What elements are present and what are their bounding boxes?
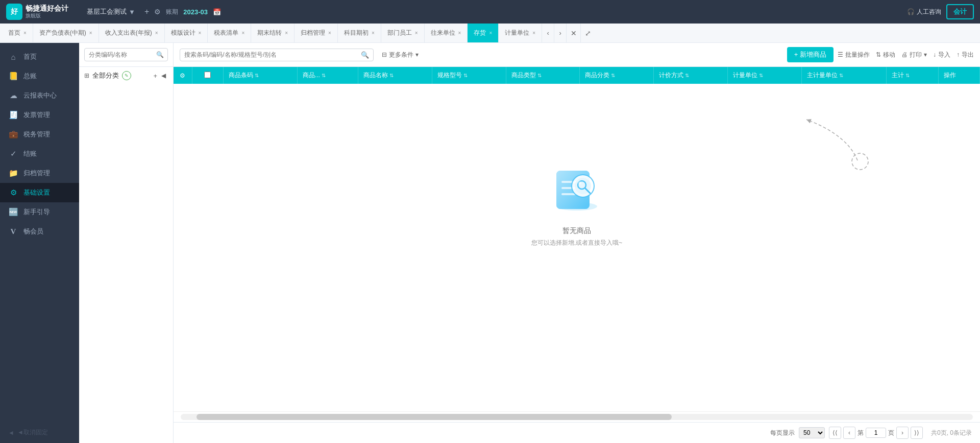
- th-main-unit-label: 主计量单位: [807, 71, 838, 80]
- table-header-row: ⚙ 商品条码 ⇅: [174, 67, 980, 84]
- tab-tax[interactable]: 税表清单 ×: [208, 24, 251, 43]
- th-name[interactable]: 商品名称 ⇅: [358, 67, 432, 84]
- tab-dept-close[interactable]: ×: [415, 30, 418, 36]
- tab-partner[interactable]: 往来单位 ×: [425, 24, 468, 43]
- page-sheet-label: 第: [857, 429, 864, 437]
- category-collapse-btn[interactable]: ◀: [159, 71, 168, 80]
- tab-home[interactable]: 首页 ×: [2, 24, 33, 43]
- tab-expand-btn[interactable]: ⤢: [581, 24, 595, 43]
- th-spec-label: 规格型号: [437, 71, 462, 80]
- th-unit[interactable]: 计量单位 ⇅: [727, 67, 801, 84]
- tab-inventory-close[interactable]: ×: [489, 30, 492, 36]
- app-logo-icon: 好: [6, 4, 22, 20]
- th-main-unit[interactable]: 主计量单位 ⇅: [801, 67, 886, 84]
- th-type-sort: ⇅: [537, 73, 542, 78]
- filter-btn[interactable]: ⊟ 更多条件 ▾: [378, 49, 423, 61]
- category-add-btn[interactable]: +: [153, 72, 157, 80]
- th-spec[interactable]: 规格型号 ⇅: [432, 67, 506, 84]
- th-unit-sort: ⇅: [759, 73, 763, 78]
- sidebar-item-archive[interactable]: 📁 归档管理: [0, 164, 79, 183]
- th-barcode[interactable]: 商品条码 ⇅: [224, 67, 298, 84]
- sidebar-item-basic[interactable]: ⚙ 基础设置: [0, 183, 79, 202]
- tab-dept[interactable]: 部门员工 ×: [381, 24, 425, 43]
- tab-inventory[interactable]: 存货 ×: [468, 24, 499, 43]
- th-code[interactable]: 商品... ⇅: [297, 67, 358, 84]
- horizontal-scrollbar[interactable]: [181, 414, 973, 420]
- th-price-method[interactable]: 计价方式 ⇅: [654, 67, 728, 84]
- company-selector[interactable]: 基层工会测试 ▼: [83, 5, 139, 18]
- add-goods-btn[interactable]: + 新增商品: [787, 47, 834, 62]
- move-icon: ⇅: [876, 51, 881, 58]
- batch-label: 批量操作: [845, 51, 870, 59]
- tab-balance-close[interactable]: ×: [89, 30, 92, 36]
- add-tab-btn[interactable]: +: [144, 7, 149, 16]
- sidebar-item-home[interactable]: ⌂ 首页: [0, 47, 79, 66]
- sidebar-item-member[interactable]: V 畅会员: [0, 222, 79, 241]
- tab-close-all-btn[interactable]: ✕: [567, 24, 581, 43]
- page-prev-btn[interactable]: ‹: [843, 427, 855, 439]
- horizontal-scrollbar-area: [174, 411, 980, 422]
- move-btn[interactable]: ⇅ 移动: [876, 51, 895, 59]
- tab-archive[interactable]: 归档管理 ×: [295, 24, 338, 43]
- settings-tab-icon[interactable]: ⚙: [154, 8, 161, 16]
- sidebar-pin-btn[interactable]: ◄ ◄取消固定: [0, 422, 79, 443]
- scroll-thumb[interactable]: [197, 414, 672, 420]
- sidebar-item-reports[interactable]: ☁ 云报表中心: [0, 86, 79, 105]
- tab-partner-close[interactable]: ×: [458, 30, 461, 36]
- logo-area: 好 畅捷通好会计 旗舰版: [6, 4, 78, 20]
- goods-search-icon[interactable]: 🔍: [361, 51, 369, 59]
- filter-icon: ⊟: [382, 51, 387, 58]
- sidebar-home-label: 首页: [23, 52, 37, 61]
- tab-income-close[interactable]: ×: [155, 30, 158, 36]
- category-edit-circle[interactable]: ✎: [122, 71, 131, 80]
- page-first-btn[interactable]: ⟨⟨: [829, 427, 841, 439]
- page-next-btn[interactable]: ›: [896, 427, 909, 439]
- category-search-icon[interactable]: 🔍: [156, 51, 164, 58]
- tab-template-close[interactable]: ×: [199, 30, 202, 36]
- print-btn[interactable]: 🖨 打印 ▾: [901, 51, 927, 59]
- batch-op-btn[interactable]: ☰ 批量操作: [838, 51, 870, 59]
- th-name-label: 商品名称: [363, 71, 388, 80]
- tab-closing[interactable]: 期末结转 ×: [251, 24, 295, 43]
- sidebar-item-guide[interactable]: 🆕 新手引导: [0, 202, 79, 222]
- th-type[interactable]: 商品类型 ⇅: [506, 67, 580, 84]
- th-settings[interactable]: ⚙: [174, 67, 192, 84]
- company-name: 基层工会测试: [87, 7, 127, 16]
- th-category-sort: ⇅: [611, 73, 615, 78]
- select-all-checkbox[interactable]: [204, 72, 211, 78]
- move-label: 移动: [883, 51, 895, 59]
- th-checkbox[interactable]: [192, 67, 224, 84]
- invoice-icon: 🧾: [8, 110, 18, 120]
- tab-income[interactable]: 收入支出表(年报) ×: [99, 24, 165, 43]
- tab-tax-close[interactable]: ×: [241, 30, 244, 36]
- tab-closing-close[interactable]: ×: [285, 30, 288, 36]
- export-btn[interactable]: ↑ 导出: [957, 51, 974, 59]
- tab-unit[interactable]: 计量单位 ×: [499, 24, 542, 43]
- tab-archive-close[interactable]: ×: [328, 30, 331, 36]
- calendar-icon[interactable]: 📅: [213, 8, 221, 16]
- th-col3[interactable]: 主计 ⇅: [887, 67, 938, 84]
- th-category[interactable]: 商品分类 ⇅: [580, 67, 654, 84]
- sidebar: ⌂ 首页 📒 总账 ☁ 云报表中心 🧾 发票管理 💼 税务管理 ✓ 结账: [0, 43, 79, 443]
- consult-button[interactable]: 🎧 人工咨询: [907, 8, 941, 16]
- import-btn[interactable]: ↓ 导入: [933, 51, 950, 59]
- category-search-input[interactable]: [84, 48, 168, 61]
- page-last-btn[interactable]: ⟩⟩: [911, 427, 923, 439]
- tab-next-btn[interactable]: ›: [554, 24, 567, 43]
- page-size-select[interactable]: 10 20 50 100: [799, 427, 825, 438]
- sidebar-item-settle[interactable]: ✓ 结账: [0, 144, 79, 164]
- sidebar-item-tax[interactable]: 💼 税务管理: [0, 125, 79, 144]
- ledger-icon: 📒: [8, 72, 18, 81]
- tab-subject-close[interactable]: ×: [372, 30, 375, 36]
- tab-home-close[interactable]: ×: [23, 30, 27, 36]
- tab-balance[interactable]: 资产负债表(中期) ×: [33, 24, 99, 43]
- tab-subject[interactable]: 科目期初 ×: [338, 24, 381, 43]
- account-button[interactable]: 会计: [946, 4, 974, 19]
- sidebar-item-ledger[interactable]: 📒 总账: [0, 66, 79, 86]
- goods-search-input[interactable]: [184, 51, 359, 58]
- page-number-input[interactable]: [866, 428, 886, 438]
- tab-template[interactable]: 模版设计 ×: [165, 24, 208, 43]
- sidebar-item-invoice[interactable]: 🧾 发票管理: [0, 105, 79, 125]
- tab-unit-close[interactable]: ×: [532, 30, 535, 36]
- tab-prev-btn[interactable]: ‹: [542, 24, 554, 43]
